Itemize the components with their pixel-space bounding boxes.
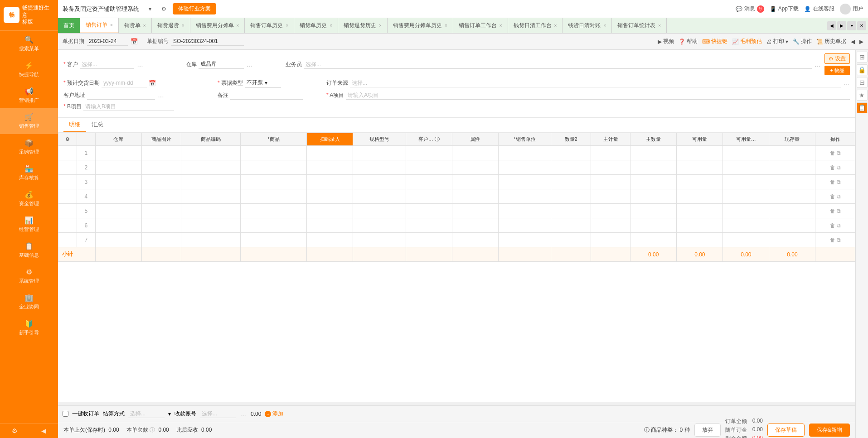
table-cell[interactable] <box>95 233 141 247</box>
table-cell[interactable] <box>498 189 551 204</box>
one-click-order-checkbox[interactable] <box>63 411 68 417</box>
table-cell[interactable] <box>353 218 406 233</box>
table-cell[interactable] <box>551 146 591 160</box>
table-cell[interactable] <box>630 189 677 204</box>
table-cell[interactable] <box>241 218 307 233</box>
tab-expense-split-close[interactable]: × <box>237 23 239 28</box>
topbar-dropdown-icon[interactable]: ▾ <box>145 4 155 14</box>
tab-refund-history[interactable]: 销货退货历史 × <box>338 18 388 34</box>
delivery-calendar-icon[interactable]: 📅 <box>149 80 156 87</box>
table-cell[interactable] <box>677 160 723 175</box>
table-cell[interactable] <box>498 218 551 233</box>
address-dots[interactable]: … <box>158 91 164 99</box>
goods-count-icon[interactable]: ⓘ <box>644 427 650 433</box>
delivery-date-input[interactable] <box>102 79 147 87</box>
sidebar-item-purchase[interactable]: 📦 采购管理 <box>0 134 58 160</box>
right-panel-icon-3[interactable]: ⊟ <box>857 77 868 88</box>
table-cell[interactable] <box>769 146 815 160</box>
th-settings[interactable]: ⚙ <box>58 133 77 146</box>
delete-icon[interactable]: 🗑 <box>830 222 835 229</box>
note-input[interactable] <box>230 91 303 100</box>
tab-return-history[interactable]: 销货单历史 × <box>294 18 338 34</box>
add-btn[interactable]: + 添加 <box>265 410 283 418</box>
table-cell[interactable] <box>723 218 769 233</box>
tab-cash-reconcile-close[interactable]: × <box>603 23 606 28</box>
tab-sales-return-close[interactable]: × <box>143 23 146 28</box>
sidebar-item-quick[interactable]: ⚡ 快捷导航 <box>0 57 58 82</box>
sidebar-settings-icon[interactable]: ⚙ <box>12 427 18 434</box>
sidebar-item-marketing[interactable]: 📢 营销推广 <box>0 82 58 108</box>
a-project-input[interactable] <box>346 91 850 100</box>
user-btn[interactable]: 用户 <box>840 4 863 14</box>
table-cell[interactable] <box>307 189 353 204</box>
table-cell[interactable] <box>723 160 769 175</box>
table-cell[interactable] <box>630 218 677 233</box>
copy-icon[interactable]: ⧉ <box>837 179 841 185</box>
next-doc-icon[interactable]: ▶ <box>859 39 863 45</box>
table-cell[interactable] <box>498 146 551 160</box>
address-input[interactable] <box>87 91 155 100</box>
right-panel-icon-1[interactable]: ⊞ <box>857 52 868 63</box>
table-cell[interactable] <box>551 160 591 175</box>
table-cell[interactable] <box>141 204 181 218</box>
discard-btn[interactable]: 放弃 <box>694 424 721 437</box>
tab-cash-daily[interactable]: 钱货日清工作台 × <box>508 18 563 34</box>
table-cell[interactable] <box>353 204 406 218</box>
tab-sales-stats-close[interactable]: × <box>658 23 661 28</box>
help-action[interactable]: ❓ 帮助 <box>679 38 698 45</box>
table-cell[interactable] <box>141 218 181 233</box>
topbar-settings-icon[interactable]: ⚙ <box>158 4 169 14</box>
tab-cash-reconcile[interactable]: 钱货日清对账 × <box>563 18 612 34</box>
table-cell[interactable] <box>181 233 241 247</box>
add-item-btn[interactable]: + 物品 <box>824 66 850 75</box>
settlement-chevron[interactable]: ▾ <box>168 411 171 417</box>
table-cell[interactable] <box>723 189 769 204</box>
sidebar-item-finance[interactable]: 💰 资金管理 <box>0 186 58 212</box>
current-amount-info[interactable]: ⓘ <box>150 427 155 433</box>
table-cell[interactable] <box>307 175 353 189</box>
table-cell[interactable] <box>452 218 498 233</box>
delete-icon[interactable]: 🗑 <box>830 237 835 243</box>
table-cell[interactable] <box>241 233 307 247</box>
tabbar-prev-arrow[interactable]: ◀ <box>827 21 836 30</box>
table-cell[interactable] <box>95 189 141 204</box>
table-cell[interactable] <box>406 160 452 175</box>
copy-icon[interactable]: ⧉ <box>837 237 841 243</box>
tabbar-next-arrow[interactable]: ▶ <box>837 21 846 30</box>
copy-icon[interactable]: ⧉ <box>837 222 841 229</box>
table-cell[interactable] <box>591 175 630 189</box>
table-cell[interactable] <box>353 175 406 189</box>
table-cell[interactable] <box>307 146 353 160</box>
table-cell[interactable] <box>677 175 723 189</box>
save-draft-btn[interactable]: 保存草稿 <box>767 424 805 437</box>
tabbar-close-all[interactable]: ✕ <box>857 21 866 30</box>
tab-refund-history-close[interactable]: × <box>379 23 382 28</box>
table-cell[interactable] <box>141 146 181 160</box>
table-cell[interactable] <box>95 175 141 189</box>
delete-icon[interactable]: 🗑 <box>830 179 835 185</box>
sidebar-item-sales[interactable]: 🛒 销售管理 <box>0 108 58 134</box>
table-cell[interactable] <box>677 189 723 204</box>
message-btn[interactable]: 💬 消息 9 <box>736 5 764 13</box>
table-cell[interactable] <box>551 175 591 189</box>
tab-detail[interactable]: 明细 <box>63 118 86 132</box>
sidebar-item-system[interactable]: ⚙ 系统管理 <box>0 263 58 289</box>
table-cell[interactable] <box>677 146 723 160</box>
table-cell[interactable] <box>591 218 630 233</box>
table-cell[interactable] <box>769 160 815 175</box>
sidebar-item-search[interactable]: 🔍 搜索菜单 <box>0 31 58 57</box>
table-cell[interactable] <box>677 233 723 247</box>
invoice-type-select[interactable]: 不开票 ▾ <box>245 78 281 88</box>
tab-order-history[interactable]: 销售订单历史 × <box>245 18 294 34</box>
docno-input[interactable] <box>171 37 244 46</box>
th-scan[interactable]: 扫码录入 <box>307 133 353 146</box>
table-cell[interactable] <box>353 189 406 204</box>
table-cell[interactable] <box>141 189 181 204</box>
table-cell[interactable] <box>241 146 307 160</box>
table-cell[interactable] <box>241 160 307 175</box>
delete-icon[interactable]: 🗑 <box>830 208 835 214</box>
table-cell[interactable] <box>551 218 591 233</box>
table-cell[interactable] <box>141 160 181 175</box>
settlement-input[interactable] <box>128 409 165 418</box>
right-panel-icon-4[interactable]: ★ <box>857 90 868 101</box>
